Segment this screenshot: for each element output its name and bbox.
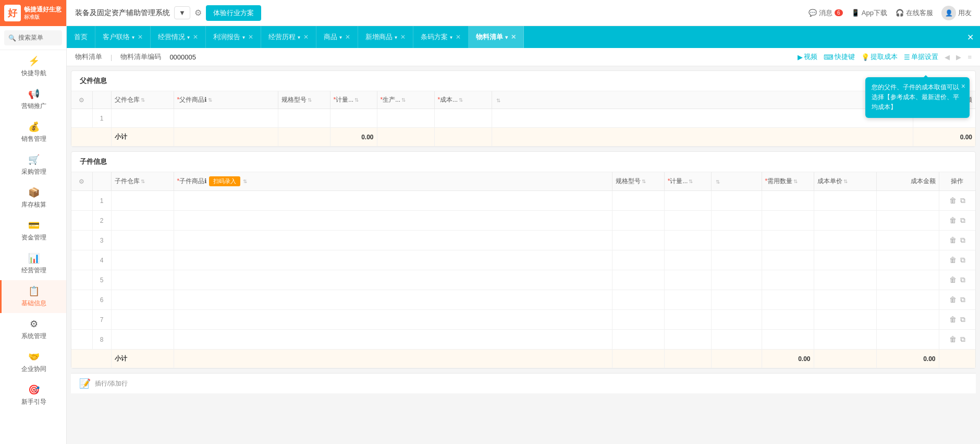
search-icon: 🔍 [8,34,16,42]
settings-button[interactable]: ⚙ [194,8,202,18]
trial-button[interactable]: 体验行业方案 [206,5,261,21]
copy-row-6-button[interactable]: ⧉ [959,294,966,305]
bottom-bar: 📝 插行/添加行 [71,373,976,393]
销售管理-icon: 💰 [28,121,40,133]
app-download-button[interactable]: 📱 App下载 [851,8,887,18]
messages-button[interactable]: 💬 消息 6 [808,8,843,18]
营销推广-icon: 📢 [28,88,40,100]
sidebar-item-8[interactable]: 📋 基础信息 [0,280,66,313]
sidebar-item-1[interactable]: ⚡ 快捷导航 [0,50,66,83]
nav-next-button[interactable]: ▶ [956,53,961,61]
close-all-tabs-button[interactable]: ✕ [961,32,980,42]
库存核算-icon: 📦 [28,187,40,198]
view-video-button[interactable]: ▶ 视频 [798,52,817,62]
nav-tabs-list: 首页客户联络 ▾ ✕经营情况 ▾ ✕利润报告 ▾ ✕经营历程 ▾ ✕商品 ▾ ✕… [67,26,961,48]
breadcrumb-bom[interactable]: 物料清单 [75,52,102,62]
user-menu[interactable]: 👤 用友 [941,6,972,20]
parent-section-title: 父件信息 [71,71,975,91]
系统管理-icon: ⚙ [30,318,38,330]
sidebar-item-4[interactable]: 🛒 采购管理 [0,149,66,182]
online-service-button[interactable]: 🎧 在线客服 [896,8,933,18]
page-actions: ▶ 视频 ⌨ 快捷键 💡 提取成本 ☰ 单据设置 ◀ ▶ ≡ [798,52,972,62]
child-col-action: 操作 [939,172,975,191]
doc-code: 0000005 [169,53,196,61]
sidebar-item-3[interactable]: 💰 销售管理 [0,116,66,149]
sidebar-item-6[interactable]: 💳 资金管理 [0,214,66,247]
tooltip-close-button[interactable]: × [961,80,965,92]
copy-row-7-button[interactable]: ⧉ [959,314,966,325]
cost-icon: 💡 [861,53,869,61]
企业协同-icon: 🤝 [28,351,40,363]
add-row-icon[interactable]: 📝 [79,378,91,389]
copy-row-8-button[interactable]: ⧉ [959,334,966,345]
sidebar: 好 畅捷通好生意 标准版 🔍 搜索菜单 ⚡ 快捷导航📢 营销推广💰 销售管理🛒 … [0,0,67,444]
child-col-spec: 规格型号⇅ [612,172,664,191]
sidebar-item-2[interactable]: 📢 营销推广 [0,83,66,116]
nav-tab-8[interactable]: 物料清单 ▾ ✕ [469,26,524,48]
child-col-warehouse: 子件仓库⇅ [111,172,174,191]
child-row-4: 4 🗑 ⧉ [71,250,975,270]
copy-row-2-button[interactable]: ⧉ [959,215,966,226]
logo-icon: 好 [4,5,21,21]
nav-tab-5[interactable]: 商品 ▾ ✕ [316,26,358,48]
avatar: 👤 [941,6,956,20]
parent-row-1: 1 [71,109,975,128]
content-area: 物料清单 | 物料清单编码 0000005 ▶ 视频 ⌨ 快捷键 💡 提取成本 … [67,48,980,444]
headset-icon: 🎧 [896,9,904,17]
copy-row-5-button[interactable]: ⧉ [959,274,966,285]
delete-row-3-button[interactable]: 🗑 [948,235,958,245]
delete-row-6-button[interactable]: 🗑 [948,294,958,305]
nav-tab-0[interactable]: 首页 [67,26,95,48]
copy-row-4-button[interactable]: ⧉ [959,255,966,266]
sidebar-search-area: 🔍 搜索菜单 [0,26,66,50]
sidebar-item-7[interactable]: 📊 经营管理 [0,247,66,280]
child-col-qty: *需用数量⇅ [762,172,814,191]
child-row-5: 5 🗑 ⧉ [71,270,975,290]
copy-row-1-button[interactable]: ⧉ [959,195,966,206]
parent-col-cost: *成本...⇅ [434,91,492,109]
child-row-1: 1 🗑 ⧉ [71,191,975,211]
tooltip-text: 您的父件、子件的成本取值可以选择【参考成本、最新进价、平均成本】 [872,83,959,111]
sidebar-item-10[interactable]: 🤝 企业协同 [0,346,66,379]
single-setting-button[interactable]: ☰ 单据设置 [904,52,938,62]
sidebar-item-9[interactable]: ⚙ 系统管理 [0,313,66,346]
child-col-amount: 成本金额 [876,172,939,191]
gear-icon[interactable]: ⚙ [79,97,84,104]
breadcrumb-code-label: 物料清单编码 [120,52,161,62]
download-icon: 📱 [851,9,860,17]
delete-row-2-button[interactable]: 🗑 [948,215,958,225]
nav-tab-3[interactable]: 利润报告 ▾ ✕ [206,26,261,48]
新手引导-icon: 🎯 [28,384,40,395]
topbar-left: 装备及固定资产辅助管理系统 ▼ ⚙ 体验行业方案 [75,5,261,21]
search-menu-button[interactable]: 🔍 搜索菜单 [4,30,62,45]
setting-icon: ☰ [904,53,910,61]
system-dropdown[interactable]: ▼ [174,6,190,19]
nav-tab-4[interactable]: 经营历程 ▾ ✕ [261,26,316,48]
scan-input-button[interactable]: 扫码录入 [209,176,240,186]
extract-cost-button[interactable]: 💡 提取成本 [861,52,898,62]
parent-col-warehouse: 父件仓库⇅ [111,91,174,109]
sidebar-item-11[interactable]: 🎯 新手引导 [0,379,66,412]
采购管理-icon: 🛒 [28,154,40,165]
nav-tab-6[interactable]: 新增商品 ▾ ✕ [358,26,413,48]
delete-row-7-button[interactable]: 🗑 [948,314,958,325]
delete-row-1-button[interactable]: 🗑 [948,195,958,206]
child-row-3: 3 🗑 ⧉ [71,231,975,250]
shortcut-button[interactable]: ⌨ 快捷键 [824,52,855,62]
nav-prev-button[interactable]: ◀ [945,53,950,61]
delete-row-4-button[interactable]: 🗑 [948,255,958,265]
基础信息-icon: 📋 [28,285,40,297]
parent-subtotal-row: 小计 0.00 0.00 [71,128,975,147]
list-view-button[interactable]: ≡ [967,53,972,61]
copy-row-3-button[interactable]: ⧉ [959,235,966,246]
资金管理-icon: 💳 [28,220,40,231]
child-gear-icon[interactable]: ⚙ [79,178,84,185]
nav-tab-1[interactable]: 客户联络 ▾ ✕ [95,26,151,48]
sidebar-item-5[interactable]: 📦 库存核算 [0,182,66,214]
nav-tab-2[interactable]: 经营情况 ▾ ✕ [151,26,206,48]
nav-tab-7[interactable]: 条码方案 ▾ ✕ [413,26,469,48]
topbar-right: 💬 消息 6 📱 App下载 🎧 在线客服 👤 用友 [808,6,972,20]
delete-row-8-button[interactable]: 🗑 [948,334,958,344]
parent-col-spec: 规格型号⇅ [278,91,330,109]
delete-row-5-button[interactable]: 🗑 [948,274,958,285]
